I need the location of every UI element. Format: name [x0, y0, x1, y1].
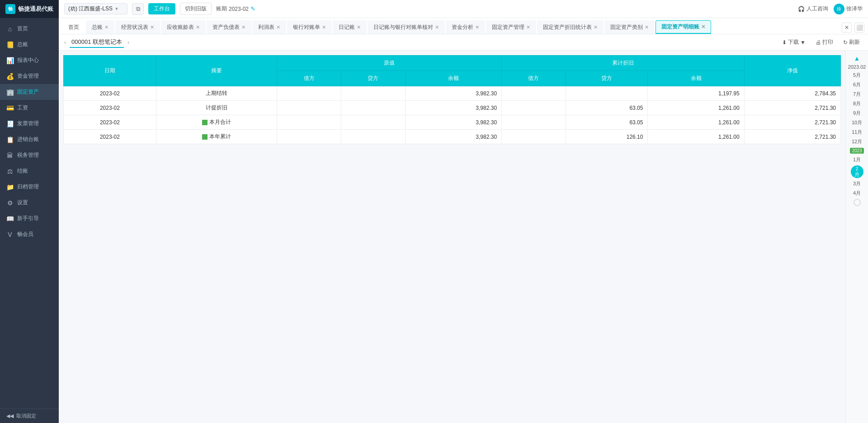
tab-journal-bank-check[interactable]: 日记账与银行对账单核对 ✕ — [368, 20, 445, 34]
tax-icon: 🏛 — [6, 152, 14, 159]
breadcrumb-forward-arrow[interactable]: › — [127, 39, 129, 46]
fixed-assets-icon: 🏢 — [6, 89, 14, 96]
sidebar-label-ledger: 总账 — [17, 41, 28, 48]
sidebar-item-fixed-assets[interactable]: 🏢 固定资产 — [0, 84, 59, 100]
tab-home[interactable]: 首页 — [62, 20, 85, 34]
sidebar-item-settings[interactable]: ⚙ 设置 — [0, 195, 59, 211]
col-acc-credit-header: 贷方 — [566, 71, 648, 86]
tab-home-label: 首页 — [68, 24, 79, 31]
tab-fixed-detail[interactable]: 固定资产明细账 ✕ — [656, 20, 711, 34]
sidebar-unpin-icon: ◀◀ — [6, 413, 14, 419]
print-button[interactable]: 🖨 打印 — [813, 37, 836, 47]
tab-capital-analysis[interactable]: 资金分析 ✕ — [446, 20, 485, 34]
tab-receivable-close[interactable]: ✕ — [196, 24, 200, 30]
timeline-month-12[interactable]: 12月 — [847, 137, 867, 146]
sidebar-item-tax[interactable]: 🏛 税务管理 — [0, 147, 59, 163]
tab-business-status-close[interactable]: ✕ — [150, 24, 154, 30]
tab-balance-sheet[interactable]: 资产负债表 ✕ — [207, 20, 251, 34]
switch-version-button[interactable]: 切到旧版 — [180, 3, 212, 15]
timeline-month-7[interactable]: 7月 — [847, 89, 867, 99]
user-info[interactable]: 徐 徐泽华 — [834, 4, 863, 14]
tab-business-status[interactable]: 经营状况表 ✕ — [115, 20, 160, 34]
tab-close-all-button[interactable]: ✕ — [842, 23, 852, 33]
timeline-month-4[interactable]: 4月 — [847, 188, 867, 198]
sidebar-item-settlement[interactable]: ⚖ 结账 — [0, 163, 59, 179]
tab-profit[interactable]: 利润表 ✕ — [252, 20, 286, 34]
tab-balance-sheet-close[interactable]: ✕ — [241, 24, 245, 30]
refresh-button[interactable]: ↻ 刷新 — [840, 37, 863, 47]
sidebar-label-invoice: 发票管理 — [17, 120, 39, 127]
tab-fixed-detail-close[interactable]: ✕ — [701, 24, 705, 30]
tab-bank-statement[interactable]: 银行对账单 ✕ — [287, 20, 332, 34]
sidebar-item-guide[interactable]: 📖 新手引导 — [0, 211, 59, 226]
company-selector[interactable]: (劝) 江西服盛-LSS ▼ — [64, 3, 127, 14]
sidebar-unpin-label: 取消固定 — [16, 413, 36, 419]
sidebar-label-tax: 税务管理 — [17, 151, 39, 159]
sidebar-item-invoice[interactable]: 🧾 发票管理 — [0, 116, 59, 132]
tab-actions: ✕ ⬜ — [842, 23, 864, 34]
tab-journal-bank-check-close[interactable]: ✕ — [435, 24, 439, 30]
tab-receivable[interactable]: 应收账龄表 ✕ — [161, 20, 206, 34]
col-acc-balance-header: 余额 — [648, 71, 744, 86]
timeline-month-6[interactable]: 6月 — [847, 80, 867, 89]
timeline-month-3[interactable]: 3月 — [847, 179, 867, 188]
tab-ledger-close[interactable]: ✕ — [104, 24, 108, 30]
period-value: 2023-02 — [229, 6, 249, 12]
sidebar-item-vip[interactable]: V 畅会员 — [0, 226, 59, 242]
tab-fixed-mgmt-close[interactable]: ✕ — [526, 24, 530, 30]
sidebar-label-fixed-assets: 固定资产 — [17, 88, 39, 96]
tab-fixed-mgmt[interactable]: 固定资产管理 ✕ — [486, 20, 536, 34]
timeline-month-2-active[interactable]: 2月 — [851, 165, 863, 178]
tab-fixed-depreciation-stat-close[interactable]: ✕ — [594, 24, 598, 30]
tab-profit-close[interactable]: ✕ — [276, 24, 280, 30]
tab-fixed-detail-label: 固定资产明细账 — [661, 23, 699, 31]
breadcrumb-back-arrow[interactable]: ‹ — [64, 39, 66, 46]
timeline-dot[interactable] — [854, 199, 861, 206]
tab-journal-label: 日记账 — [339, 24, 355, 31]
sidebar-item-purchase-sales[interactable]: 📋 进销台账 — [0, 132, 59, 147]
tab-bank-statement-close[interactable]: ✕ — [322, 24, 326, 30]
sidebar-item-home[interactable]: ⌂ 首页 — [0, 21, 59, 37]
sidebar-item-ledger[interactable]: 📒 总账 — [0, 37, 59, 52]
table-scroll[interactable]: 日期 摘要 原值 累计折旧 净值 借方 贷方 余额 借方 贷方 余额 — [59, 51, 845, 423]
tab-maximize-button[interactable]: ⬜ — [854, 23, 864, 33]
tab-journal-close[interactable]: ✕ — [357, 24, 361, 30]
sidebar-item-report[interactable]: 📊 报表中心 — [0, 52, 59, 68]
tab-capital-analysis-close[interactable]: ✕ — [475, 24, 479, 30]
timeline-month-9[interactable]: 9月 — [847, 108, 867, 118]
report-icon: 📊 — [6, 57, 14, 64]
tab-bank-statement-label: 银行对账单 — [293, 24, 320, 31]
sidebar-item-archive[interactable]: 📁 归档管理 — [0, 179, 59, 195]
timeline-month-1[interactable]: 1月 — [847, 155, 867, 164]
tab-fixed-category[interactable]: 固定资产类别 ✕ — [604, 20, 655, 34]
username-label: 徐泽华 — [846, 5, 863, 13]
workbench-button[interactable]: 工作台 — [148, 3, 175, 14]
tab-fixed-category-close[interactable]: ✕ — [645, 24, 649, 30]
download-button[interactable]: ⬇ 下载 ▼ — [779, 37, 808, 47]
copy-button[interactable]: ⧉ — [132, 3, 144, 15]
tab-capital-analysis-label: 资金分析 — [452, 24, 473, 31]
tab-journal[interactable]: 日记账 ✕ — [333, 20, 367, 34]
timeline-month-5[interactable]: 5月 — [847, 70, 867, 80]
sidebar-item-salary[interactable]: 💳 工资 — [0, 100, 59, 116]
tab-balance-sheet-label: 资产负债表 — [212, 24, 240, 31]
timeline-scroll-up[interactable]: ▲ — [853, 53, 862, 63]
timeline-month-8[interactable]: 8月 — [847, 99, 867, 108]
sidebar: 畅 畅捷通易代账 ⌂ 首页 📒 总账 📊 报表中心 💰 资金管理 🏢 固定资产 … — [0, 0, 59, 423]
period-edit-icon[interactable]: ✎ — [250, 5, 255, 12]
main-content: (劝) 江西服盛-LSS ▼ ⧉ 工作台 切到旧版 账期 2023-02 ✎ 🎧… — [59, 0, 868, 423]
sidebar-unpin-button[interactable]: ◀◀ 取消固定 — [0, 409, 59, 423]
customer-service-button[interactable]: 🎧 人工咨询 — [798, 5, 828, 13]
col-orig-credit-header: 贷方 — [341, 71, 406, 86]
timeline-month-10[interactable]: 10月 — [847, 118, 867, 127]
timeline-year-prev: 2023.02 — [848, 64, 866, 70]
sidebar-item-capital[interactable]: 💰 资金管理 — [0, 68, 59, 84]
settings-icon: ⚙ — [6, 199, 14, 207]
tab-fixed-depreciation-stat[interactable]: 固定资产折旧统计表 ✕ — [537, 20, 604, 34]
sidebar-label-archive: 归档管理 — [17, 183, 39, 191]
capital-icon: 💰 — [6, 73, 14, 80]
sidebar-nav: ⌂ 首页 📒 总账 📊 报表中心 💰 资金管理 🏢 固定资产 💳 工资 🧾 发票… — [0, 18, 59, 409]
timeline-month-11[interactable]: 11月 — [847, 127, 867, 137]
ledger-icon: 📒 — [6, 41, 14, 48]
tab-ledger[interactable]: 总账 ✕ — [86, 20, 114, 34]
